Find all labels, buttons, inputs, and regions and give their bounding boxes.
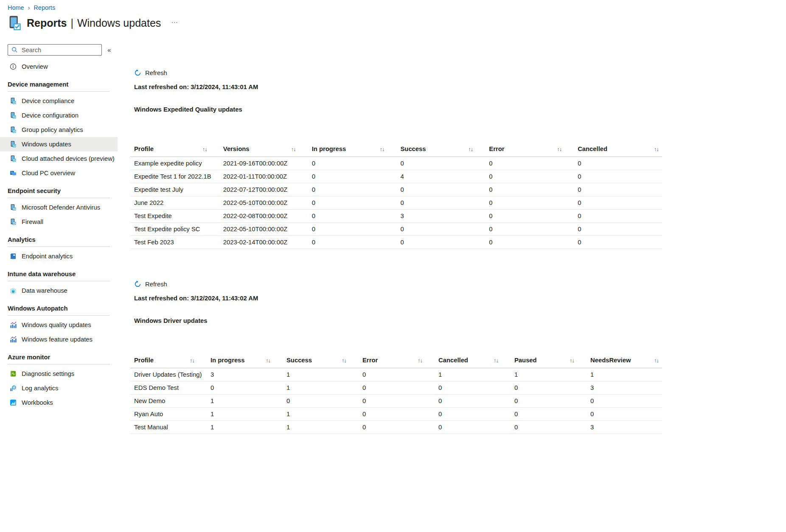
- column-header-success[interactable]: Success↑↓: [396, 141, 485, 157]
- sidebar-item-workbooks[interactable]: Workbooks: [0, 395, 118, 410]
- table-row: June 20222022-05-10T00:00:00Z0000: [130, 196, 662, 210]
- sort-icon[interactable]: ↑↓: [654, 146, 659, 152]
- column-header-error[interactable]: Error↑↓: [485, 141, 573, 157]
- sidebar-search-row: «: [8, 44, 118, 56]
- column-header-profile[interactable]: Profile↑↓: [130, 141, 219, 157]
- sidebar-item-device-compliance[interactable]: Device compliance: [0, 94, 118, 108]
- sort-icon[interactable]: ↑↓: [654, 357, 659, 364]
- profile-cell: New Demo: [130, 395, 206, 408]
- collapse-sidebar-button[interactable]: «: [107, 46, 111, 53]
- column-header-in-progress[interactable]: In progress↑↓: [206, 353, 282, 368]
- value-cell: 1: [282, 408, 358, 421]
- sort-icon[interactable]: ↑↓: [266, 357, 270, 364]
- search-input[interactable]: [21, 46, 102, 54]
- sort-icon[interactable]: ↑↓: [379, 146, 384, 152]
- breadcrumb-link-reports[interactable]: Reports: [34, 4, 55, 11]
- sort-icon[interactable]: ↑↓: [291, 146, 296, 152]
- table-row: Example expedite policy2021-09-16T00:00:…: [130, 157, 662, 170]
- column-header-cancelled[interactable]: Cancelled↑↓: [573, 141, 662, 157]
- value-cell: 0: [434, 408, 510, 421]
- sidebar-section-title-device-management: Device management: [8, 81, 110, 92]
- sort-icon[interactable]: ↑↓: [190, 357, 194, 364]
- value-cell: 2022-05-10T00:00:00Z: [219, 223, 308, 236]
- column-header-in-progress[interactable]: In progress↑↓: [308, 141, 396, 157]
- column-header-error[interactable]: Error↑↓: [358, 353, 434, 368]
- column-header-cancelled[interactable]: Cancelled↑↓: [434, 353, 510, 368]
- column-header-profile[interactable]: Profile↑↓: [130, 353, 206, 368]
- search-box[interactable]: [8, 44, 102, 56]
- device-check-icon: [9, 126, 17, 134]
- sidebar-item-label: Windows quality updates: [22, 322, 91, 328]
- value-cell: 0: [396, 157, 485, 170]
- value-cell: 0: [308, 196, 396, 210]
- refresh-button[interactable]: Refresh: [134, 69, 167, 76]
- value-cell: 0: [308, 183, 396, 196]
- column-header-success[interactable]: Success↑↓: [282, 353, 358, 368]
- value-cell: 3: [396, 210, 485, 223]
- value-cell: 0: [358, 381, 434, 395]
- table-header-row: Profile↑↓Versions↑↓In progress↑↓Success↑…: [130, 141, 662, 157]
- sidebar-item-overview[interactable]: Overview: [0, 59, 118, 74]
- table-row: EDS Demo Test010003: [130, 381, 662, 395]
- value-cell: 0: [573, 223, 662, 236]
- value-cell: 0: [485, 157, 573, 170]
- sidebar-item-endpoint-analytics[interactable]: Endpoint analytics: [0, 249, 118, 263]
- value-cell: 3: [586, 381, 662, 395]
- value-cell: 1: [282, 421, 358, 434]
- sidebar-item-microsoft-defender-antivirus[interactable]: Microsoft Defender Antivirus: [0, 200, 118, 215]
- sort-icon[interactable]: ↑↓: [418, 357, 422, 364]
- sidebar-item-group-policy-analytics[interactable]: Group policy analytics: [0, 123, 118, 137]
- last-refreshed-text: Last refreshed on: 3/12/2024, 11:43:01 A…: [134, 84, 662, 90]
- column-header-label: In progress: [211, 357, 245, 364]
- table-row: Test Manual110003: [130, 421, 662, 434]
- sidebar-item-log-analytics[interactable]: Log analytics: [0, 381, 118, 395]
- value-cell: 0: [396, 223, 485, 236]
- sidebar-item-windows-quality-updates[interactable]: Windows quality updates: [0, 318, 118, 332]
- sort-icon[interactable]: ↑↓: [557, 146, 561, 152]
- sidebar-item-windows-updates[interactable]: Windows updates: [0, 137, 118, 151]
- profile-cell: Test Manual: [130, 421, 206, 434]
- column-header-versions[interactable]: Versions↑↓: [219, 141, 308, 157]
- refresh-button[interactable]: Refresh: [134, 280, 167, 288]
- sidebar-item-diagnostic-settings[interactable]: Diagnostic settings: [0, 367, 118, 381]
- main-content: Refresh Last refreshed on: 3/12/2024, 11…: [130, 0, 662, 434]
- column-header-paused[interactable]: Paused↑↓: [510, 353, 586, 368]
- sidebar-item-data-warehouse[interactable]: Data warehouse: [0, 283, 118, 298]
- workbooks-icon: [9, 399, 17, 406]
- table-title: Windows Expedited Quality updates: [134, 106, 662, 113]
- sidebar-item-cloud-attached-devices-preview[interactable]: Cloud attached devices (preview): [0, 151, 118, 166]
- sidebar-item-label: Cloud PC overview: [22, 170, 75, 176]
- profile-cell: Expedite Test 1 for 2022.1B: [130, 170, 219, 183]
- sidebar-section-title-analytics: Analytics: [8, 236, 110, 247]
- sidebar-item-label: Firewall: [22, 218, 43, 225]
- value-cell: 1: [206, 408, 282, 421]
- search-icon: [11, 47, 18, 53]
- column-header-label: Profile: [134, 357, 154, 364]
- sidebar-item-windows-feature-updates[interactable]: Windows feature updates: [0, 332, 118, 347]
- value-cell: 0: [485, 223, 573, 236]
- value-cell: 3: [206, 368, 282, 381]
- table-row: Test Feb 20232023-02-14T00:00:00Z0000: [130, 236, 662, 249]
- sidebar-item-label: Diagnostic settings: [22, 370, 74, 377]
- value-cell: 0: [282, 395, 358, 408]
- table-row: Expedite test July2022-07-12T00:00:00Z00…: [130, 183, 662, 196]
- sidebar-item-cloud-pc-overview[interactable]: Cloud PC overview: [0, 166, 118, 180]
- page-title-separator: |: [70, 17, 73, 29]
- value-cell: 0: [485, 170, 573, 183]
- sort-icon[interactable]: ↑↓: [494, 357, 498, 364]
- value-cell: 0: [358, 368, 434, 381]
- value-cell: 0: [358, 395, 434, 408]
- sort-icon[interactable]: ↑↓: [570, 357, 574, 364]
- sort-icon[interactable]: ↑↓: [468, 146, 473, 152]
- sidebar-item-firewall[interactable]: Firewall: [0, 215, 118, 229]
- column-header-label: Versions: [223, 146, 250, 152]
- sidebar-item-label: Log analytics: [22, 385, 58, 392]
- sidebar-item-label: Device configuration: [22, 112, 79, 119]
- column-header-needsreview[interactable]: NeedsReview↑↓: [586, 353, 662, 368]
- breadcrumb-link-home[interactable]: Home: [8, 4, 24, 11]
- value-cell: 0: [573, 157, 662, 170]
- profile-cell: Ryan Auto: [130, 408, 206, 421]
- sort-icon[interactable]: ↑↓: [202, 146, 207, 152]
- sort-icon[interactable]: ↑↓: [342, 357, 346, 364]
- sidebar-item-device-configuration[interactable]: Device configuration: [0, 108, 118, 123]
